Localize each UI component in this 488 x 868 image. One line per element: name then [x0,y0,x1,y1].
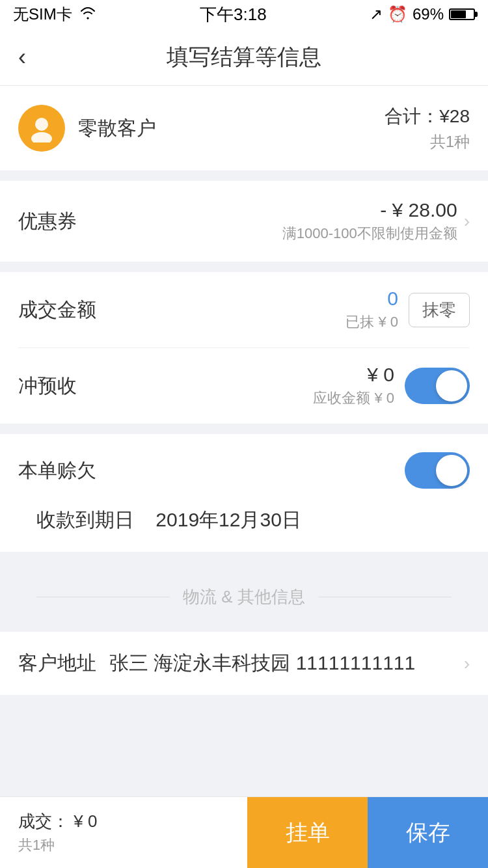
svg-point-1 [31,132,52,142]
battery-icon [449,8,475,20]
prereceipt-toggle[interactable] [405,368,470,404]
credit-card: 本单赊欠 收款到期日 2019年12月30日 [0,434,488,552]
wifi-icon [79,5,97,23]
customer-right: 合计：¥28 共1种 [385,104,470,152]
page-title: 填写结算等信息 [167,42,321,72]
coupon-label: 优惠券 [18,208,77,235]
transaction-amount-area: 0 已抹 ¥ 0 [346,288,398,332]
deal-label: 成交： [18,811,69,831]
svg-point-0 [35,118,48,131]
logistics-text: 物流 & 其他信息 [183,586,305,608]
prereceipt-value-area: ¥ 0 应收金额 ¥ 0 [313,364,394,408]
transaction-amount-value[interactable]: 0 [346,288,398,310]
due-date-row: 收款到期日 2019年12月30日 [18,507,470,552]
battery-percent: 69% [413,5,444,23]
prereceipt-right: ¥ 0 应收金额 ¥ 0 [313,364,470,408]
coupon-right: - ¥ 28.00 满1000-100不限制使用金额 › [282,199,470,243]
credit-label: 本单赊欠 [18,457,96,484]
address-chevron-icon: › [464,653,470,674]
customer-name: 零散客户 [78,115,156,142]
deal-amount: ¥ 0 [74,811,97,831]
status-time: 下午3:18 [200,3,267,26]
coupon-amount: - ¥ 28.00 [282,199,457,221]
back-button[interactable]: ‹ [18,44,26,71]
transaction-amount-row: 成交金额 0 已抹 ¥ 0 抹零 [18,272,470,348]
prereceipt-value: ¥ 0 [313,364,394,386]
due-date-value: 2019年12月30日 [156,509,301,530]
prereceipt-row: 冲预收 ¥ 0 应收金额 ¥ 0 [18,348,470,424]
transaction-amount-right: 0 已抹 ¥ 0 抹零 [346,288,470,332]
divider-line-right [318,597,452,597]
due-date-label: 收款到期日 [36,509,134,530]
save-button[interactable]: 保存 [368,797,488,869]
coupon-row[interactable]: 优惠券 - ¥ 28.00 满1000-100不限制使用金额 › [0,181,488,262]
status-left: 无SIM卡 [13,4,97,25]
status-right: ↗ ⏰ 69% [370,5,475,23]
bottom-summary: 成交： ¥ 0 共1种 [0,810,247,855]
bottom-deal: 成交： ¥ 0 [18,810,229,833]
round-off-button[interactable]: 抹零 [409,293,470,327]
address-card[interactable]: 客户地址 张三 海淀永丰科技园 11111111111 › [0,632,488,695]
divider-line-left [36,597,170,597]
already-round-off: 已抹 ¥ 0 [346,312,398,332]
nav-bar: ‹ 填写结算等信息 [0,29,488,86]
bottom-bar: 成交： ¥ 0 共1种 挂单 保存 [0,796,488,868]
customer-count: 共1种 [385,131,470,152]
sim-text: 无SIM卡 [13,4,72,25]
chevron-right-icon: › [464,211,470,232]
toggle-knob [436,370,467,401]
address-value: 张三 海淀永丰科技园 11111111111 [109,650,464,677]
credit-toggle-knob [436,455,467,486]
hangup-button[interactable]: 挂单 [247,797,368,869]
prereceipt-label: 冲预收 [18,373,77,400]
transaction-card: 成交金额 0 已抹 ¥ 0 抹零 冲预收 ¥ 0 应收金额 ¥ 0 [0,272,488,424]
avatar [18,105,65,152]
coupon-info: - ¥ 28.00 满1000-100不限制使用金额 [282,199,457,243]
customer-left: 零散客户 [18,105,156,152]
transaction-amount-label: 成交金额 [18,297,96,323]
alarm-icon: ⏰ [388,5,407,23]
logistics-divider: 物流 & 其他信息 [18,573,470,621]
receivable-label: 应收金额 ¥ 0 [313,388,394,408]
address-label: 客户地址 [18,650,96,677]
status-bar: 无SIM卡 下午3:18 ↗ ⏰ 69% [0,0,488,29]
coupon-desc: 满1000-100不限制使用金额 [282,224,457,243]
credit-row: 本单赊欠 [18,434,470,507]
location-icon: ↗ [370,5,383,23]
credit-toggle[interactable] [405,452,470,489]
bottom-count: 共1种 [18,835,229,855]
customer-total: 合计：¥28 [385,104,470,129]
content: 零散客户 合计：¥28 共1种 优惠券 - ¥ 28.00 满1000-100不… [0,86,488,783]
customer-row: 零散客户 合计：¥28 共1种 [0,86,488,170]
